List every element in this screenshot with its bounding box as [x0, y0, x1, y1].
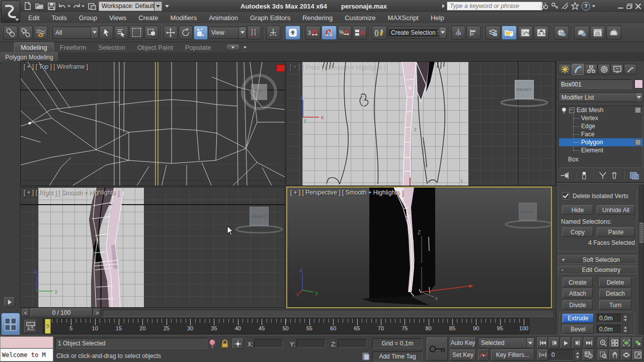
- set-keys-button[interactable]: [427, 337, 448, 360]
- redo-button[interactable]: [72, 1, 85, 11]
- viewport-front[interactable]: z x [ + ] [ Front ] [ Smooth + Highlight…: [286, 61, 556, 186]
- viewport-front-label[interactable]: [ + ] [ Front ] [ Smooth + Highlights ]: [290, 63, 385, 70]
- menu-group[interactable]: Group: [73, 14, 103, 22]
- viewport-top[interactable]: [ + ] [ Top ] [ Wireframe ]: [20, 61, 285, 186]
- detach-button[interactable]: Detach: [599, 289, 631, 298]
- stack-row-vertex[interactable]: Vertex: [559, 114, 642, 122]
- use-pivot-point-center-button[interactable]: [247, 26, 261, 40]
- extrude-spinner[interactable]: [622, 314, 628, 323]
- x-coordinate-field[interactable]: [254, 339, 283, 348]
- collapse-box-icon[interactable]: [569, 108, 575, 113]
- select-and-link-button[interactable]: [4, 26, 18, 40]
- viewport-right[interactable]: [ + ] [ Right ] [ Smooth + Highlights ] …: [20, 187, 285, 308]
- schematic-view-button[interactable]: [534, 26, 549, 40]
- maxscript-mini-listener-pink[interactable]: [0, 336, 53, 348]
- menu-graph-editors[interactable]: Graph Editors: [244, 14, 296, 22]
- unhide-all-button[interactable]: Unhide All: [597, 205, 635, 215]
- close-button[interactable]: [635, 4, 641, 9]
- viewport-perspective[interactable]: Z x [ + ] [ Perspective ] [ Smooth + Hig…: [286, 187, 552, 308]
- help-button[interactable]: ?: [582, 2, 596, 11]
- default-tangent-button[interactable]: [478, 349, 489, 360]
- make-unique-icon[interactable]: [599, 171, 607, 179]
- unlink-selection-button[interactable]: [19, 26, 33, 40]
- search-binoculars-icon[interactable]: [539, 2, 548, 10]
- communication-center-icon[interactable]: [561, 2, 569, 10]
- selection-lock-toggle[interactable]: [220, 339, 229, 349]
- search-input[interactable]: [447, 2, 542, 11]
- modifier-enable-toggle[interactable]: [635, 107, 641, 113]
- restore-button[interactable]: [626, 4, 632, 9]
- orbit-button[interactable]: [621, 349, 631, 360]
- percent-snap-toggle[interactable]: %: [338, 26, 352, 40]
- stack-row-edge[interactable]: Edge: [559, 122, 642, 130]
- turn-button[interactable]: Turn: [599, 300, 631, 310]
- workspace-dropdown[interactable]: Workspace: Default: [99, 2, 162, 11]
- attach-button[interactable]: Attach: [562, 289, 593, 298]
- extrude-amount-field[interactable]: 0,0m: [597, 314, 622, 323]
- menu-customize[interactable]: Customize: [339, 14, 381, 22]
- z-coordinate-field[interactable]: [338, 339, 367, 348]
- menu-animation[interactable]: Animation: [203, 14, 244, 22]
- search-flyout-icon[interactable]: [442, 4, 445, 8]
- keyboard-shortcut-override-toggle[interactable]: [285, 26, 300, 40]
- maximize-viewport-toggle[interactable]: [632, 349, 643, 360]
- stack-row-edit-mesh[interactable]: Edit Mesh: [559, 106, 642, 114]
- material-editor-button[interactable]: [554, 26, 569, 40]
- rendered-frame-window-button[interactable]: [590, 26, 605, 40]
- favorites-star-icon[interactable]: [571, 2, 579, 10]
- delete-isolated-verts-checkbox[interactable]: [562, 192, 570, 200]
- viewport-perspective-label[interactable]: [ + ] [ Perspective ] [ Smooth + Highlig…: [290, 189, 403, 196]
- select-object-button[interactable]: [99, 26, 113, 40]
- rectangular-selection-region-button[interactable]: [129, 26, 143, 40]
- create-button[interactable]: Create: [562, 278, 593, 287]
- stack-row-element[interactable]: Element: [559, 146, 642, 154]
- edit-named-selection-sets-button[interactable]: {}: [372, 26, 387, 40]
- render-setup-button[interactable]: [574, 26, 589, 40]
- y-coordinate-field[interactable]: [296, 339, 326, 348]
- display-tab[interactable]: [611, 64, 623, 75]
- motion-tab[interactable]: [598, 64, 610, 75]
- ribbon-expand-arrow-button[interactable]: [4, 297, 15, 307]
- configure-modifier-sets-icon[interactable]: [630, 171, 639, 179]
- menu-help[interactable]: Help: [425, 14, 450, 22]
- viewcube-front[interactable]: FRONT: [515, 80, 534, 99]
- frame-spinner[interactable]: [575, 349, 580, 360]
- menu-edit[interactable]: Edit: [22, 14, 45, 22]
- zoom-extents-all-button[interactable]: [632, 337, 643, 348]
- stack-row-box[interactable]: Box: [559, 154, 642, 164]
- object-name-field[interactable]: Box001: [558, 79, 632, 89]
- minimize-button[interactable]: [618, 4, 623, 9]
- open-file-button[interactable]: [34, 1, 45, 11]
- workspace-flyout-icon[interactable]: [165, 5, 169, 8]
- zoom-button[interactable]: [598, 337, 608, 348]
- window-crossing-toggle[interactable]: [144, 26, 158, 40]
- sign-in-key-icon[interactable]: [551, 2, 558, 10]
- zoom-region-button[interactable]: [598, 349, 608, 360]
- app-logo[interactable]: [1, 1, 20, 23]
- viewcube-top-label[interactable]: TOP: [254, 89, 262, 94]
- viewport-right-label[interactable]: [ + ] [ Right ] [ Smooth + Highlights ]: [24, 189, 119, 196]
- auto-key-button[interactable]: Auto Key: [450, 337, 476, 348]
- polygon-enable-toggle[interactable]: [635, 139, 641, 145]
- spinner-snap-toggle[interactable]: [353, 26, 367, 40]
- undo-button[interactable]: [58, 1, 71, 11]
- align-button[interactable]: [466, 26, 480, 40]
- soft-selection-rollout-header[interactable]: + Soft Selection: [558, 255, 637, 264]
- go-to-end-button[interactable]: [584, 337, 594, 348]
- track-ruler[interactable]: 0 05101520253035404550556065707580859095…: [43, 318, 529, 334]
- key-mode-toggle[interactable]: [537, 349, 548, 360]
- zoom-all-button[interactable]: [609, 337, 620, 348]
- pin-stack-icon[interactable]: [560, 171, 570, 179]
- divide-button[interactable]: Divide: [562, 300, 593, 310]
- extrude-button[interactable]: Extrude: [562, 314, 594, 323]
- selection-set-dropdown[interactable]: Selected: [478, 337, 534, 348]
- manage-layers-button[interactable]: [486, 26, 501, 40]
- time-configuration-button[interactable]: [583, 349, 594, 360]
- object-color-swatch[interactable]: [634, 79, 643, 88]
- copy-button[interactable]: Copy: [562, 227, 593, 237]
- maxscript-mini-listener-white[interactable]: Welcome to M: [0, 348, 53, 361]
- play-button[interactable]: [560, 337, 571, 348]
- previous-frame-button[interactable]: [549, 337, 559, 348]
- stack-row-polygon-selected[interactable]: Polygon: [559, 138, 642, 146]
- create-tab[interactable]: [558, 64, 571, 75]
